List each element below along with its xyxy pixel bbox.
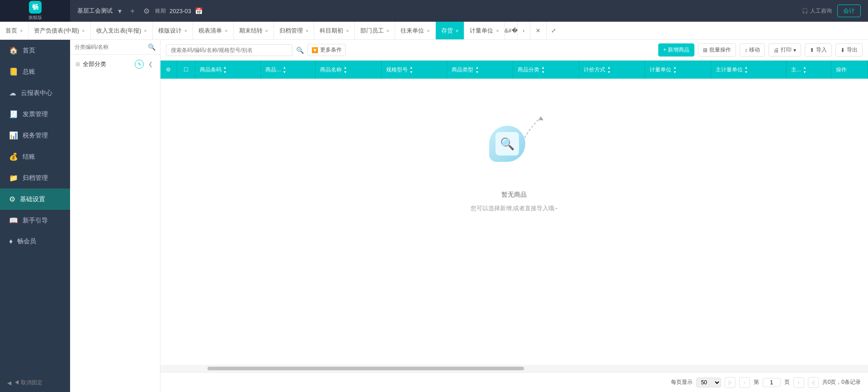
col-price-method[interactable]: 计价方式▲▼ — [579, 61, 645, 79]
col-type[interactable]: 商品类型▲▼ — [447, 61, 513, 79]
tab-subject-initial-close[interactable]: × — [346, 28, 349, 33]
batch-operation-btn[interactable]: ⊞ 批量操作 — [698, 43, 736, 57]
tab-tax-list-close[interactable]: × — [225, 28, 227, 33]
col-checkbox[interactable]: ☐ — [177, 61, 195, 79]
period-label: 账期 — [155, 7, 166, 15]
col-code[interactable]: 商品...▲▼ — [261, 61, 316, 79]
next-page-btn[interactable]: › — [793, 377, 804, 388]
col-main-unit[interactable]: 主计量单位▲▼ — [711, 61, 786, 79]
per-page-label: 每页显示 — [671, 378, 693, 386]
last-page-btn[interactable]: ›| — [808, 377, 819, 388]
tab-home-close[interactable]: × — [20, 28, 23, 33]
product-search-input[interactable] — [166, 44, 292, 56]
sidebar-item-checkout[interactable]: 💰 结账 — [0, 146, 70, 167]
col-category[interactable]: 商品分类▲▼ — [513, 61, 579, 79]
tab-home[interactable]: 首页 × — [0, 22, 28, 40]
col-unit[interactable]: 计量单位▲▼ — [645, 61, 711, 79]
sidebar-item-basic-settings[interactable]: ⚙ 基础设置 — [0, 189, 70, 210]
tab-period-transfer[interactable]: 期末结转 × — [234, 22, 274, 40]
sidebar-item-cloud-report-label: 云报表中心 — [21, 89, 52, 97]
sidebar-unpin-btn[interactable]: ◀ ◀ 取消固定 — [0, 373, 70, 392]
col-barcode[interactable]: 商品条码▲▼ — [195, 61, 261, 79]
tab-income-close[interactable]: × — [144, 28, 146, 33]
tab-department[interactable]: 部门员工 × — [355, 22, 395, 40]
tab-balance-sheet-label: 资产负债表(中期) — [34, 27, 79, 35]
tab-archive-close[interactable]: × — [306, 28, 308, 33]
export-btn[interactable]: ⬇ 导出 — [835, 43, 863, 57]
export-icon: ⬇ — [840, 47, 845, 53]
tab-dealings[interactable]: 往来单位 × — [395, 22, 435, 40]
sidebar-item-member[interactable]: ♦ 畅会员 — [0, 231, 70, 252]
empty-title: 暂无商品 — [501, 191, 527, 199]
col-type-label: 商品类型 — [452, 66, 473, 74]
tab-next-btn[interactable]: › — [518, 22, 530, 40]
inner-layout: 🔍 ⊞ 全部分类 ✎ ❮ 🔍 🔽 — [70, 40, 868, 392]
tab-prev-btn[interactable]: &#� — [505, 22, 518, 40]
sidebar-item-ledger[interactable]: 📒 总账 — [0, 61, 70, 82]
tab-template-close[interactable]: × — [184, 28, 187, 33]
more-filter-label: 更多条件 — [320, 46, 342, 54]
tab-unit[interactable]: 计量单位 × — [464, 22, 505, 40]
category-collapse-btn[interactable]: ❮ — [146, 59, 155, 69]
tab-subject-initial[interactable]: 科目期初 × — [314, 22, 354, 40]
product-search-icon[interactable]: 🔍 — [296, 47, 304, 54]
sidebar-item-home[interactable]: 🏠 首页 — [0, 40, 70, 61]
total-label: 共0页，0条记录 — [822, 378, 861, 386]
add-product-btn[interactable]: + 新增商品 — [658, 43, 694, 57]
dropdown-icon[interactable]: ▾ — [116, 5, 123, 17]
calendar-icon[interactable]: 📅 — [195, 7, 203, 14]
tab-unit-close[interactable]: × — [496, 28, 499, 33]
col-settings[interactable]: ⚙ — [160, 61, 177, 79]
tab-inventory[interactable]: 存货 × — [436, 22, 464, 40]
import-btn[interactable]: ⬆ 导入 — [805, 43, 832, 57]
more-filter-btn[interactable]: 🔽 更多条件 — [307, 44, 346, 56]
tab-template[interactable]: 模版设计 × — [153, 22, 193, 40]
col-code-label: 商品... — [265, 66, 281, 74]
page-input[interactable] — [763, 378, 781, 387]
sidebar-item-archive[interactable]: 📁 归档管理 — [0, 167, 70, 189]
tab-archive[interactable]: 归档管理 × — [274, 22, 314, 40]
sidebar-item-invoice[interactable]: 🧾 发票管理 — [0, 104, 70, 125]
tab-period-transfer-close[interactable]: × — [265, 28, 268, 33]
sort-arrows-type: ▲▼ — [475, 66, 479, 74]
print-btn[interactable]: 🖨 打印 ▾ — [769, 43, 801, 57]
tab-unit-label: 计量单位 — [470, 27, 493, 35]
horizontal-scrollbar[interactable] — [160, 365, 868, 372]
category-edit-btn[interactable]: ✎ — [135, 60, 144, 69]
tab-bar: 首页 × 资产负债表(中期) × 收入支出表(年报) × 模版设计 × 税表清单… — [0, 22, 868, 40]
category-search-icon[interactable]: 🔍 — [148, 43, 156, 51]
per-page-select[interactable]: 50 100 200 — [696, 378, 721, 387]
tab-tax-list[interactable]: 税表清单 × — [193, 22, 233, 40]
first-page-btn[interactable]: |‹ — [725, 377, 736, 388]
tab-expand-btn[interactable]: ⤢ — [547, 22, 561, 40]
tab-close-all-btn[interactable]: × — [530, 22, 547, 40]
tab-income[interactable]: 收入支出表(年报) × — [91, 22, 153, 40]
prev-page-btn[interactable]: ‹ — [739, 377, 750, 388]
tab-dealings-close[interactable]: × — [427, 28, 429, 33]
settings-icon[interactable]: ⚙ — [142, 5, 151, 17]
tab-balance-sheet-close[interactable]: × — [82, 28, 85, 33]
move-btn[interactable]: ↕ 移动 — [740, 43, 765, 57]
home-icon: 🏠 — [9, 46, 18, 55]
sidebar-item-guide[interactable]: 📖 新手引导 — [0, 210, 70, 231]
print-label: 打印 — [781, 46, 792, 54]
category-search-input[interactable] — [75, 44, 145, 50]
col-main-abbr[interactable]: 主...▲▼ — [786, 61, 831, 79]
company-name[interactable]: 基层工会测试 — [77, 7, 113, 15]
tab-inventory-close[interactable]: × — [456, 28, 458, 33]
guide-icon: 📖 — [9, 216, 18, 225]
sidebar-item-cloud-report[interactable]: ☁ 云报表中心 — [0, 82, 70, 104]
scrollbar-thumb[interactable] — [208, 367, 524, 370]
col-spec[interactable]: 规格型号▲▼ — [381, 61, 447, 79]
headset-icon: 🎧 — [802, 8, 808, 14]
add-tab-icon[interactable]: ＋ — [127, 5, 138, 18]
customer-service-btn[interactable]: 🎧 人工咨询 — [802, 7, 832, 15]
col-name[interactable]: 商品名称▲▼ — [315, 61, 381, 79]
tab-department-label: 部门员工 — [360, 27, 384, 35]
member-icon: ♦ — [9, 237, 13, 246]
account-button[interactable]: 会计 — [837, 5, 861, 17]
col-name-label: 商品名称 — [320, 66, 342, 74]
tab-department-close[interactable]: × — [387, 28, 389, 33]
tab-balance-sheet[interactable]: 资产负债表(中期) × — [28, 22, 90, 40]
sidebar-item-tax[interactable]: 📊 税务管理 — [0, 125, 70, 146]
